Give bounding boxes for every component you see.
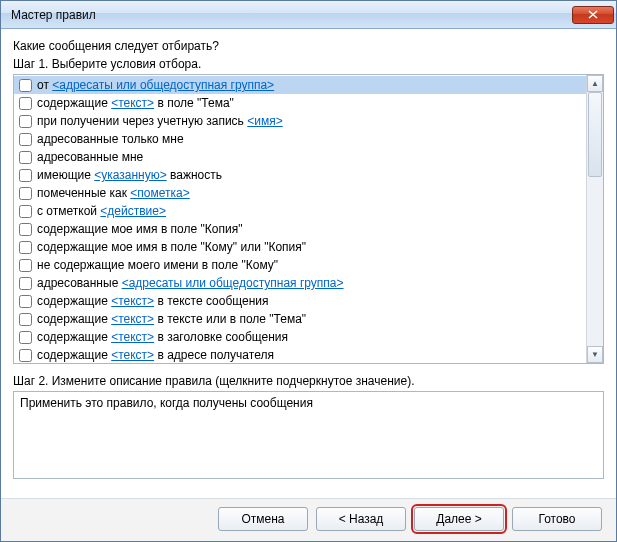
condition-link[interactable]: <адресаты или общедоступная группа> — [52, 78, 274, 92]
condition-link[interactable]: <пометка> — [130, 186, 189, 200]
condition-text: помеченные как <пометка> — [37, 185, 190, 201]
conditions-box: от <адресаты или общедоступная группа>со… — [13, 74, 604, 364]
condition-row[interactable]: помеченные как <пометка> — [14, 184, 586, 202]
close-button[interactable] — [572, 6, 614, 24]
condition-link[interactable]: <текст> — [111, 96, 154, 110]
next-button[interactable]: Далее > — [414, 507, 504, 531]
condition-text: адресованные мне — [37, 149, 143, 165]
condition-link[interactable]: <текст> — [111, 294, 154, 308]
condition-row[interactable]: адресованные мне — [14, 148, 586, 166]
step2-label: Шаг 2. Измените описание правила (щелкни… — [13, 374, 604, 388]
condition-link[interactable]: <текст> — [111, 312, 154, 326]
step1-label: Шаг 1. Выберите условия отбора. — [13, 57, 604, 71]
condition-text: содержащие <текст> в адресе получателя — [37, 347, 274, 363]
condition-link[interactable]: <текст> — [111, 330, 154, 344]
condition-text: адресованные только мне — [37, 131, 184, 147]
condition-text: имеющие <указанную> важность — [37, 167, 222, 183]
condition-link[interactable]: <текст> — [111, 348, 154, 362]
conditions-list: от <адресаты или общедоступная группа>со… — [14, 75, 586, 363]
condition-row[interactable]: адресованные только мне — [14, 130, 586, 148]
cancel-button[interactable]: Отмена — [218, 507, 308, 531]
condition-checkbox[interactable] — [19, 79, 32, 92]
condition-checkbox[interactable] — [19, 205, 32, 218]
condition-text: не содержащие моего имени в поле "Кому" — [37, 257, 278, 273]
condition-row[interactable]: содержащие <текст> в поле "Тема" — [14, 94, 586, 112]
condition-link[interactable]: <имя> — [247, 114, 282, 128]
scrollbar[interactable]: ▲ ▼ — [586, 75, 603, 363]
condition-text: от <адресаты или общедоступная группа> — [37, 77, 274, 93]
rule-description-box[interactable]: Применить это правило, когда получены со… — [13, 391, 604, 479]
condition-row[interactable]: с отметкой <действие> — [14, 202, 586, 220]
condition-checkbox[interactable] — [19, 259, 32, 272]
rules-wizard-window: Мастер правил Какие сообщения следует от… — [0, 0, 617, 542]
condition-row[interactable]: содержащие <текст> в заголовке сообщения — [14, 328, 586, 346]
condition-checkbox[interactable] — [19, 313, 32, 326]
condition-checkbox[interactable] — [19, 349, 32, 362]
window-title: Мастер правил — [11, 8, 572, 22]
condition-row[interactable]: содержащие <текст> в адресе получателя — [14, 346, 586, 363]
close-icon — [588, 10, 598, 19]
titlebar: Мастер правил — [1, 1, 616, 29]
condition-checkbox[interactable] — [19, 97, 32, 110]
condition-row[interactable]: имеющие <указанную> важность — [14, 166, 586, 184]
condition-text: с отметкой <действие> — [37, 203, 166, 219]
condition-row[interactable]: содержащие <текст> в тексте или в поле "… — [14, 310, 586, 328]
scroll-down-button[interactable]: ▼ — [587, 346, 603, 363]
condition-checkbox[interactable] — [19, 169, 32, 182]
condition-text: содержащие мое имя в поле "Кому" или "Ко… — [37, 239, 306, 255]
condition-text: адресованные <адресаты или общедоступная… — [37, 275, 344, 291]
condition-row[interactable]: от <адресаты или общедоступная группа> — [14, 76, 586, 94]
question-text: Какие сообщения следует отбирать? — [13, 39, 604, 53]
scroll-up-button[interactable]: ▲ — [587, 75, 603, 92]
condition-text: при получении через учетную запись <имя> — [37, 113, 283, 129]
condition-row[interactable]: при получении через учетную запись <имя> — [14, 112, 586, 130]
condition-row[interactable]: содержащие <текст> в тексте сообщения — [14, 292, 586, 310]
rule-description-text: Применить это правило, когда получены со… — [20, 396, 313, 410]
back-button[interactable]: < Назад — [316, 507, 406, 531]
condition-row[interactable]: адресованные <адресаты или общедоступная… — [14, 274, 586, 292]
condition-checkbox[interactable] — [19, 223, 32, 236]
condition-checkbox[interactable] — [19, 151, 32, 164]
condition-text: содержащие <текст> в заголовке сообщения — [37, 329, 288, 345]
condition-row[interactable]: не содержащие моего имени в поле "Кому" — [14, 256, 586, 274]
condition-text: содержащие <текст> в тексте или в поле "… — [37, 311, 306, 327]
condition-checkbox[interactable] — [19, 277, 32, 290]
scroll-thumb[interactable] — [588, 92, 602, 177]
condition-link[interactable]: <указанную> — [94, 168, 167, 182]
content-area: Какие сообщения следует отбирать? Шаг 1.… — [1, 29, 616, 498]
condition-checkbox[interactable] — [19, 133, 32, 146]
condition-checkbox[interactable] — [19, 331, 32, 344]
condition-text: содержащие <текст> в поле "Тема" — [37, 95, 234, 111]
condition-row[interactable]: содержащие мое имя в поле "Копия" — [14, 220, 586, 238]
condition-link[interactable]: <адресаты или общедоступная группа> — [122, 276, 344, 290]
condition-link[interactable]: <действие> — [100, 204, 166, 218]
condition-text: содержащие мое имя в поле "Копия" — [37, 221, 242, 237]
condition-text: содержащие <текст> в тексте сообщения — [37, 293, 269, 309]
condition-checkbox[interactable] — [19, 241, 32, 254]
condition-checkbox[interactable] — [19, 295, 32, 308]
condition-checkbox[interactable] — [19, 115, 32, 128]
condition-row[interactable]: содержащие мое имя в поле "Кому" или "Ко… — [14, 238, 586, 256]
scroll-track[interactable] — [587, 92, 603, 346]
finish-button[interactable]: Готово — [512, 507, 602, 531]
button-bar: Отмена < Назад Далее > Готово — [1, 498, 616, 541]
condition-checkbox[interactable] — [19, 187, 32, 200]
